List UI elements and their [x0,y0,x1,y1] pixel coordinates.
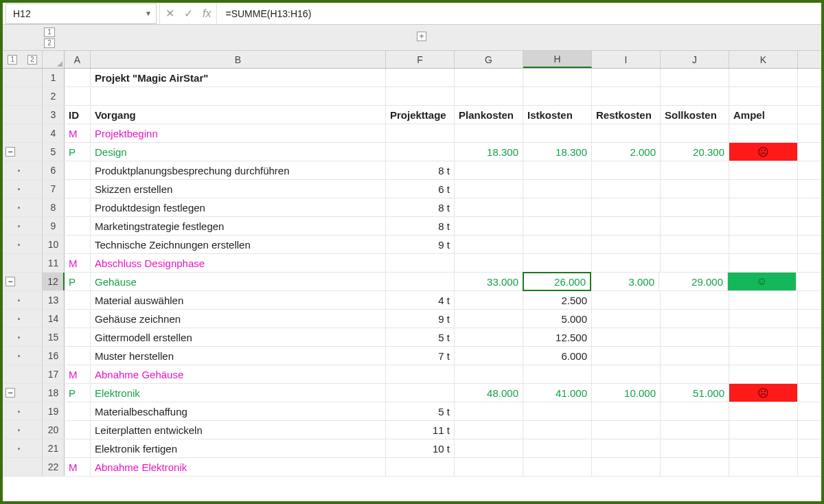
cell-J4[interactable] [661,124,729,142]
col-header-I[interactable]: I [592,51,661,68]
cell-K14[interactable] [729,310,798,328]
cell-F16[interactable]: 7 t [386,347,455,365]
cell-I2[interactable] [592,87,661,105]
cell-F11[interactable] [386,254,455,272]
cell-G7[interactable] [455,180,523,198]
cell-F3[interactable]: Projekttage [386,106,455,124]
cell-G17[interactable] [455,365,523,383]
row-header[interactable]: 20 [43,421,65,439]
cell-G22[interactable] [455,458,523,476]
cell-G9[interactable] [455,217,523,235]
cell-I4[interactable] [592,124,661,142]
row-header[interactable]: 8 [43,198,65,216]
row-header[interactable]: 14 [43,310,65,328]
cell-K10[interactable] [729,236,798,253]
cell-A1[interactable] [65,69,91,87]
cell-A19[interactable] [65,402,91,420]
cell-J6[interactable] [661,161,729,179]
cell-J2[interactable] [661,87,729,105]
cell-H1[interactable] [523,69,592,87]
cell-B16[interactable]: Muster herstellen [91,347,386,365]
row-header[interactable]: 13 [43,291,65,309]
cell-A4[interactable]: M [65,124,91,142]
cell-B20[interactable]: Leiterplatten entwickeln [91,421,386,439]
cell-J5[interactable]: 20.300 [661,143,729,161]
row-header[interactable]: 16 [43,347,65,365]
row-outline-level-1[interactable]: 1 [8,55,17,65]
cell-J10[interactable] [661,236,729,253]
cell-I14[interactable] [592,310,661,328]
cell-H12[interactable]: 26.000 [523,272,591,291]
cell-F12[interactable] [386,273,455,290]
cell-H14[interactable]: 5.000 [523,310,592,328]
cell-K8[interactable] [729,198,798,216]
cell-F18[interactable] [386,384,455,402]
cell-J11[interactable] [661,254,729,272]
cell-K16[interactable] [729,347,798,365]
row-header[interactable]: 17 [43,365,65,383]
cell-A16[interactable] [65,347,91,365]
row-header[interactable]: 15 [43,328,65,346]
cell-F19[interactable]: 5 t [386,402,455,420]
cell-G19[interactable] [455,402,523,420]
select-all-cell[interactable] [43,51,65,68]
cell-J15[interactable] [661,328,729,346]
cell-K3[interactable]: Ampel [729,106,798,124]
col-header-B[interactable]: B [91,51,386,68]
collapse-group-button[interactable]: − [5,388,15,398]
cell-A22[interactable]: M [65,458,91,476]
cell-G4[interactable] [455,124,523,142]
cell-G18[interactable]: 48.000 [455,384,523,402]
cell-G16[interactable] [455,347,523,365]
cell-G3[interactable]: Plankosten [455,106,523,124]
cell-H4[interactable] [523,124,592,142]
cell-J21[interactable] [661,439,729,457]
cell-H16[interactable]: 6.000 [523,347,592,365]
cell-H7[interactable] [523,180,592,198]
row-header[interactable]: 3 [43,106,65,124]
cell-F17[interactable] [386,365,455,383]
cell-G21[interactable] [455,439,523,457]
cell-H6[interactable] [523,161,592,179]
cell-H11[interactable] [523,254,592,272]
row-header[interactable]: 1 [43,69,65,87]
cell-F14[interactable]: 9 t [386,310,455,328]
cancel-icon[interactable]: ✕ [165,7,174,20]
cell-B17[interactable]: Abnahme Gehäuse [91,365,386,383]
cell-J13[interactable] [661,291,729,309]
cell-J22[interactable] [661,458,729,476]
collapse-group-button[interactable]: − [5,277,15,286]
cell-H9[interactable] [523,217,592,235]
cell-A8[interactable] [65,198,91,216]
cell-K4[interactable] [729,124,798,142]
cell-G11[interactable] [455,254,523,272]
confirm-icon[interactable]: ✓ [184,7,193,20]
formula-input[interactable]: =SUMME(H13:H16) [217,3,821,24]
cell-H17[interactable] [523,365,592,383]
cell-I9[interactable] [592,217,661,235]
cell-K6[interactable] [729,161,798,179]
cell-J14[interactable] [661,310,729,328]
cell-I6[interactable] [592,161,661,179]
cell-I7[interactable] [592,180,661,198]
cell-B11[interactable]: Abschluss Designphase [91,254,386,272]
row-header[interactable]: 10 [43,236,65,253]
row-header[interactable]: 7 [43,180,65,198]
cell-K2[interactable] [729,87,798,105]
cell-B8[interactable]: Produktdesign festlegen [91,198,386,216]
cell-A3[interactable]: ID [65,106,91,124]
cell-J19[interactable] [661,402,729,420]
cell-J17[interactable] [661,365,729,383]
cell-I12[interactable]: 3.000 [591,273,659,290]
cell-K20[interactable] [729,421,798,439]
cell-G5[interactable]: 18.300 [455,143,523,161]
col-header-G[interactable]: G [455,51,523,68]
cell-K19[interactable] [729,402,798,420]
cell-A7[interactable] [65,180,91,198]
row-header[interactable]: 2 [43,87,65,105]
cell-K11[interactable] [729,254,798,272]
cell-F8[interactable]: 8 t [386,198,455,216]
row-header[interactable]: 18 [43,384,65,402]
cell-A5[interactable]: P [65,143,91,161]
cell-B9[interactable]: Marketingstrategie festlegen [91,217,386,235]
